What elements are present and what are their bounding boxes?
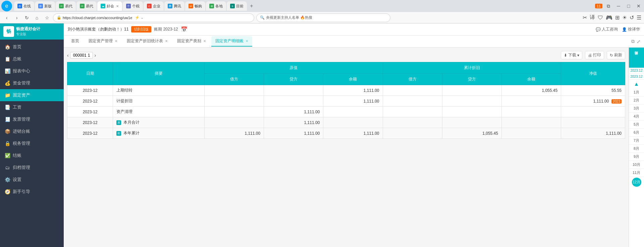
period-sidebar-title: 期间选择: [629, 48, 644, 68]
tab-asset-detail-ledger-close[interactable]: ✕: [246, 39, 248, 43]
sidebar-item-funds[interactable]: 💰 资金管理: [0, 77, 64, 89]
browser-tab-online[interactable]: 在 在线: [14, 1, 34, 11]
tab-favicon-haohui: ☁: [101, 4, 105, 8]
user-button[interactable]: 👤 徐译华: [622, 26, 640, 32]
period-item-5[interactable]: 5月: [629, 121, 644, 129]
browser-tab-yidai1[interactable]: ✏ 易代: [56, 1, 76, 11]
forward-btn[interactable]: ›: [13, 14, 21, 22]
print-button[interactable]: 🖨 打印: [585, 51, 604, 59]
sidebar-item-payroll[interactable]: 📑 工资: [0, 101, 64, 113]
sidebar-item-invoices[interactable]: 🧾 发票管理: [0, 113, 64, 125]
scissors-icon[interactable]: ✂: [583, 14, 587, 21]
translate-icon[interactable]: 译: [590, 14, 595, 21]
tab-asset-category[interactable]: 固定资产类别 ✕: [173, 36, 210, 47]
shield-icon[interactable]: 🛡: [598, 15, 603, 21]
search-bar[interactable]: 🔍 央视更新主持人名单 🔥热搜: [256, 13, 390, 22]
prev-page-btn[interactable]: ‹: [67, 53, 69, 58]
search-icon: 🔍: [260, 15, 265, 20]
browser-tab-qiye[interactable]: C 企业: [144, 1, 164, 11]
period-item-2[interactable]: 2月: [629, 97, 644, 105]
tab-favicon-geshui: 个: [126, 4, 131, 8]
period-item-6[interactable]: 6月: [629, 129, 644, 137]
refresh-label: 刷新: [614, 52, 622, 58]
sidebar-item-fixed-assets[interactable]: 📁 固定资产: [0, 89, 64, 101]
sidebar-item-close-period[interactable]: ✅ 结账: [0, 149, 64, 162]
tab-favicon-tencent: 腾: [168, 4, 172, 8]
tab-label-geshui: 个税: [132, 4, 140, 9]
grid-icon[interactable]: ⊞: [615, 14, 620, 21]
minimize-btn[interactable]: ─: [614, 2, 623, 10]
period-scroll-up[interactable]: ▲: [629, 80, 644, 88]
archive-icon: 🗂: [5, 165, 10, 170]
payroll-icon: 📑: [5, 105, 10, 110]
tab-home[interactable]: 首页: [67, 36, 83, 47]
browser-tab-tencent[interactable]: 腾 腾讯: [164, 1, 184, 11]
calendar-icon[interactable]: 📅: [181, 26, 187, 33]
browser-tab-chang[interactable]: M 畅购: [185, 1, 205, 11]
reload-btn[interactable]: ↻: [23, 14, 31, 22]
tab-fixed-asset-mgmt[interactable]: 固定资产管理 ✕: [85, 36, 121, 47]
tab-fixed-asset-mgmt-close[interactable]: ✕: [115, 39, 117, 43]
sidebar-title: 畅捷通好会计: [16, 26, 40, 32]
close-btn[interactable]: ✕: [635, 2, 643, 10]
sidebar-item-tax[interactable]: 🔒 税务管理: [0, 137, 64, 149]
period-item-12[interactable]: 12月: [632, 178, 641, 187]
browser-chrome: e 在 在线 新 新版 ✏ 易代 ✏ 易代 ☁ 好会 ✕ 个 个税 C 企业: [0, 0, 644, 23]
bookmark-btn[interactable]: ☆: [43, 14, 51, 22]
version-switch-button[interactable]: 切到旧版: [131, 26, 151, 33]
period-item-4[interactable]: 4月: [629, 113, 644, 121]
tab-asset-detail-ledger-label: 固定资产明细账: [215, 38, 244, 44]
browser-tab-geshui[interactable]: 个 个税: [123, 1, 143, 11]
tab-asset-detail-ledger[interactable]: 固定资产明细账 ✕: [211, 36, 252, 47]
table-row: 2023-12 年 本年累计 1,111.00 1,111.00 1,111.0…: [67, 128, 625, 139]
sidebar-item-general-ledger[interactable]: 📋 总账: [0, 53, 64, 65]
sidebar-item-settings[interactable]: ⚙️ 设置: [0, 174, 64, 186]
cell-net-value-3: [561, 117, 625, 128]
tab-depreciation-stats[interactable]: 固定资产折旧统计表 ✕: [123, 36, 172, 47]
history-icon[interactable]: ↺: [630, 14, 634, 21]
new-tab-button[interactable]: +: [248, 2, 256, 10]
help-button[interactable]: 💬 人工咨询: [596, 26, 618, 32]
maximize-btn[interactable]: □: [625, 2, 633, 10]
period-item-3[interactable]: 3月: [629, 105, 644, 113]
next-page-btn[interactable]: ›: [94, 53, 96, 58]
browser-tab-new[interactable]: 新 新版: [35, 1, 55, 11]
refresh-button[interactable]: ↻ 刷新: [607, 51, 625, 59]
sidebar-item-guide[interactable]: 🧭 新手引导: [0, 186, 64, 198]
browser-tab-muqian[interactable]: S 目前: [227, 1, 247, 11]
sidebar-item-reports[interactable]: 📊 报表中心: [0, 65, 64, 77]
sidebar-item-purchase-sales[interactable]: 📦 进销台账: [0, 125, 64, 137]
back-btn[interactable]: ‹: [3, 14, 11, 22]
download-button[interactable]: ⬇ 下载 ▾: [561, 51, 582, 59]
browser-tab-gedi[interactable]: ⊞ 各地: [206, 1, 226, 11]
brightness-icon[interactable]: ☀: [622, 14, 627, 21]
tab-asset-category-close[interactable]: ✕: [203, 39, 206, 43]
address-bar[interactable]: 🔒 https://cloud.chanjet.com/accounting/u…: [53, 13, 254, 22]
window-expand-btn[interactable]: ⤢: [637, 39, 641, 44]
tab-favicon-muqian: S: [230, 4, 235, 8]
period-item-7[interactable]: 7月: [629, 137, 644, 145]
period-item-8[interactable]: 8月: [629, 145, 644, 153]
summary-text-4: 本年累计: [123, 131, 140, 135]
menu-icon[interactable]: ☰: [637, 14, 641, 21]
cell-orig-credit-1: [264, 96, 323, 107]
period-item-10[interactable]: 10月: [629, 161, 644, 169]
tab-controls: 11 ⧉ ─ □ ✕: [595, 2, 643, 10]
browser-tab-yidai2[interactable]: ✏ 易代: [76, 1, 97, 11]
cell-orig-debit-0: [204, 85, 264, 96]
game-icon[interactable]: 🎮: [606, 14, 612, 21]
main-content: 刘小艳演示账套（勿删勿动！）11 切到旧版 账期 2023-12 📅 💬 人工咨…: [64, 23, 644, 247]
tab-depreciation-stats-close[interactable]: ✕: [165, 39, 168, 43]
sidebar-item-archive[interactable]: 🗂 归档管理: [0, 162, 64, 174]
browser-tab-haohui[interactable]: ☁ 好会 ✕: [97, 1, 122, 11]
tab-close-haohui[interactable]: ✕: [116, 4, 119, 8]
period-item-1[interactable]: 1月: [629, 88, 644, 97]
tab-manage-btn[interactable]: ⧉: [604, 2, 612, 10]
period-item-11[interactable]: 11月: [629, 169, 644, 177]
home-btn[interactable]: ⌂: [33, 14, 41, 22]
window-restore-btn[interactable]: ⧉: [631, 39, 635, 44]
cell-date-0: 2023-12: [67, 85, 113, 96]
period-item-9[interactable]: 9月: [629, 153, 644, 161]
tab-favicon-yidai1: ✏: [59, 4, 64, 8]
sidebar-item-home[interactable]: 🏠 首页: [0, 41, 64, 53]
